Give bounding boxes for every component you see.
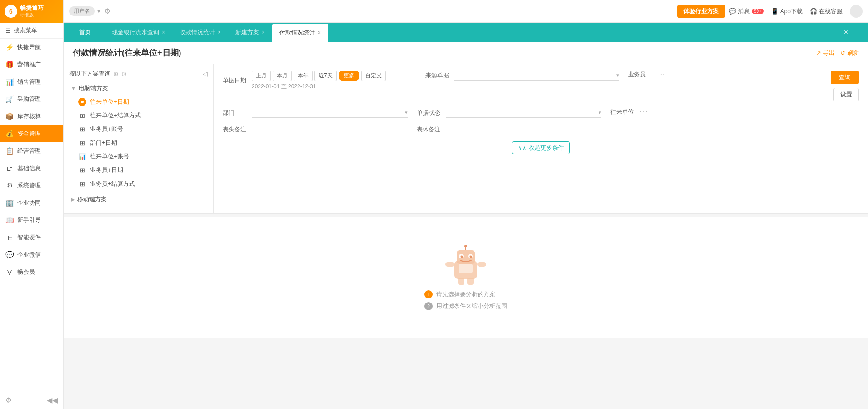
sidebar-item-hardware[interactable]: 🖥 智能硬件: [0, 229, 63, 246]
settings-footer-icon[interactable]: ⚙: [5, 396, 12, 404]
trial-btn[interactable]: 体验行业方案: [677, 5, 725, 18]
svg-rect-11: [458, 278, 464, 285]
sidebar-item-inventory[interactable]: 📦 库存核算: [0, 108, 63, 125]
mobile-section-arrow-icon: ▶: [71, 197, 75, 202]
page-title: 付款情况统计(往来单位+日期): [73, 47, 181, 58]
scheme-settings-icon[interactable]: ⊙: [121, 70, 127, 77]
partner-more-btn[interactable]: ···: [639, 108, 648, 116]
filter-group-header-note: 表头备注: [223, 124, 408, 135]
search-icon: ☰: [5, 27, 11, 34]
last-month-btn[interactable]: 上月: [252, 71, 271, 81]
doc-status-select[interactable]: ▾: [446, 108, 602, 118]
tab-payment-stats[interactable]: 付款情况统计 ×: [272, 24, 328, 42]
sidebar-item-enterprise[interactable]: 🏢 企业协同: [0, 194, 63, 212]
dept-label: 部门: [223, 109, 248, 117]
filter-row-3: 表头备注 表体备注: [223, 124, 859, 135]
tab-close-receipt-stats[interactable]: ×: [218, 30, 221, 35]
tab-home[interactable]: 首页: [65, 23, 105, 42]
scheme-staff-account[interactable]: ⊞ 业务员+账号: [75, 122, 208, 136]
filter-row-1: 单据日期 上月 本月 本年 近7天 更多 自定义 2022-01-01 至 20…: [223, 71, 859, 101]
this-month-btn[interactable]: 本月: [273, 71, 292, 81]
tab-receipt-stats[interactable]: 收款情况统计 ×: [172, 23, 228, 42]
tab-close-payment-stats[interactable]: ×: [318, 30, 321, 35]
user-avatar[interactable]: [850, 5, 863, 18]
cart-icon: 🛒: [5, 95, 14, 103]
topbar-user-area: 用户名 ▾ ⚙: [69, 6, 673, 16]
staff-more-btn[interactable]: ···: [657, 71, 666, 79]
sidebar-item-guide[interactable]: 📖 新手引导: [0, 212, 63, 229]
message-btn[interactable]: 💬 消息 99+: [729, 7, 764, 15]
tab-close-bank-flow[interactable]: ×: [162, 30, 165, 35]
scheme-unit-date[interactable]: 往来单位+日期: [75, 95, 208, 109]
svg-point-6: [470, 256, 472, 258]
collapse-btn-row: ∧∧ 收起更多条件: [223, 141, 859, 154]
online-service-btn[interactable]: 🎧 在线客服: [810, 7, 843, 15]
sidebar-item-weixin[interactable]: 💬 企业微信: [0, 246, 63, 263]
dept-select[interactable]: ▾: [252, 108, 408, 118]
sidebar-item-purchase[interactable]: 🛒 采购管理: [0, 91, 63, 108]
add-scheme-icon[interactable]: ⊕: [113, 70, 119, 77]
collapse-filter-icon[interactable]: ◁: [203, 70, 208, 77]
filter-group-dept: 部门 ▾: [223, 108, 408, 118]
sidebar-item-finance[interactable]: 💰 资金管理: [0, 125, 63, 142]
svg-rect-10: [477, 262, 486, 267]
sidebar: 6 畅捷通巧 标准版 ☰ 搜索菜单 ⚡ 快捷导航 🎁 营销推广 📊 销售管理 🛒…: [0, 0, 64, 409]
robot-svg: [443, 245, 489, 286]
scheme-staff-settle[interactable]: ⊞ 业务员+结算方式: [75, 177, 208, 191]
export-btn[interactable]: ↗ 导出: [816, 49, 835, 57]
query-btn[interactable]: 查询: [831, 71, 859, 84]
doc-status-label: 单据状态: [417, 109, 442, 117]
chart-scheme-icon: 📊: [78, 152, 86, 161]
setting-btn[interactable]: 设置: [833, 88, 859, 101]
scheme-unit-settle[interactable]: ⊞ 往来单位+结算方式: [75, 109, 208, 122]
date-range-display: 2022-01-01 至 2022-12-31: [252, 83, 386, 91]
sidebar-item-system[interactable]: ⚙ 系统管理: [0, 177, 63, 194]
source-label: 来源单据: [425, 71, 451, 80]
collapse-sidebar-icon[interactable]: ◀◀: [47, 396, 58, 404]
app-download-btn[interactable]: 📱 App下载: [771, 7, 803, 15]
filter-group-body-note: 表体备注: [417, 124, 602, 135]
sidebar-item-member[interactable]: V 畅会员: [0, 263, 63, 281]
user-dropdown-icon[interactable]: ▾: [97, 8, 100, 15]
book-icon: 📖: [5, 216, 14, 224]
sidebar-item-sales[interactable]: 📊 销售管理: [0, 73, 63, 91]
this-year-btn[interactable]: 本年: [294, 71, 313, 81]
mobile-section-title[interactable]: ▶ 移动端方案: [69, 192, 208, 206]
svg-point-0: [81, 101, 84, 103]
tab-close-new-scheme[interactable]: ×: [262, 30, 265, 35]
header-note-input[interactable]: [252, 124, 408, 135]
topbar-settings-icon[interactable]: ⚙: [104, 7, 110, 15]
source-select[interactable]: ▾: [454, 71, 619, 81]
refresh-btn[interactable]: ↺ 刷新: [840, 49, 859, 57]
collapse-more-btn[interactable]: ∧∧ 收起更多条件: [512, 141, 570, 154]
collapse-up-icon: ∧∧: [518, 145, 527, 151]
sidebar-item-basic-info[interactable]: 🗂 基础信息: [0, 160, 63, 177]
user-name-display[interactable]: 用户名: [69, 6, 95, 16]
sidebar-item-operations[interactable]: 📋 经营管理: [0, 142, 63, 160]
scheme-staff-date[interactable]: ⊞ 业务员+日期: [75, 163, 208, 177]
search-menu[interactable]: ☰ 搜索菜单: [0, 23, 63, 39]
tab-bank-flow[interactable]: 现金银行流水查询 ×: [105, 23, 172, 42]
table-scheme-icon4: ⊞: [78, 166, 86, 174]
body-note-input[interactable]: [446, 124, 602, 135]
scheme-unit-account[interactable]: 📊 往来单位+账号: [75, 150, 208, 163]
scheme-dept-date[interactable]: ⊞ 部门+日期: [75, 136, 208, 150]
last-7-days-btn[interactable]: 近7天: [314, 71, 337, 81]
section-arrow-icon: ▼: [71, 86, 76, 91]
logo-text: 畅捷通巧 标准版: [20, 5, 44, 18]
building-icon: 🏢: [5, 199, 14, 207]
sidebar-item-marketing[interactable]: 🎁 营销推广: [0, 56, 63, 73]
tab-new-scheme[interactable]: 新建方案 ×: [228, 23, 272, 42]
sidebar-item-quick-nav[interactable]: ⚡ 快捷导航: [0, 39, 63, 56]
maximize-btn[interactable]: ⛶: [852, 26, 863, 38]
empty-illustration: [443, 245, 489, 281]
sidebar-nav: ⚡ 快捷导航 🎁 营销推广 📊 销售管理 🛒 采购管理 📦 库存核算 💰 资金管…: [0, 39, 63, 391]
filter-group-date: 单据日期 上月 本月 本年 近7天 更多 自定义 2022-01-01 至 20…: [223, 71, 416, 91]
close-all-tabs-btn[interactable]: ×: [842, 26, 850, 38]
doc-status-select-arrow: ▾: [599, 110, 601, 116]
gift-icon: 🎁: [5, 61, 14, 69]
logo-icon: 6: [5, 5, 17, 18]
custom-date-btn[interactable]: 自定义: [361, 71, 386, 81]
desktop-section-title[interactable]: ▼ 电脑端方案: [69, 81, 208, 95]
more-date-btn[interactable]: 更多: [339, 71, 359, 81]
